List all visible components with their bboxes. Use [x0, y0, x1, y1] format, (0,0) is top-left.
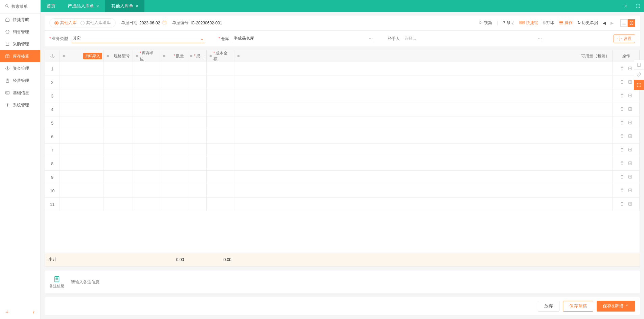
- delete-row-icon[interactable]: [620, 66, 624, 72]
- table-row[interactable]: 3: [45, 89, 640, 103]
- main: 首页 产成品入库单✕ 其他入库单✕ 其他入库 其他入库退库 单据日期 2023-…: [41, 0, 644, 319]
- view-list-icon[interactable]: [620, 19, 628, 27]
- table-row[interactable]: 5: [45, 116, 640, 130]
- save-draft-button[interactable]: 保存草稿: [563, 301, 593, 312]
- add-row-icon[interactable]: [628, 80, 632, 85]
- settings-icon[interactable]: [5, 310, 9, 316]
- fullscreen-icon[interactable]: [632, 0, 644, 12]
- delete-row-icon[interactable]: [620, 147, 624, 153]
- table-row[interactable]: 2: [45, 76, 640, 89]
- add-row-icon[interactable]: [628, 188, 632, 194]
- col-product[interactable]: 商品扫码录入: [60, 50, 104, 62]
- biz-type-input[interactable]: 其它⌄: [71, 34, 205, 43]
- add-row-icon[interactable]: [628, 107, 632, 112]
- scan-button[interactable]: 扫码录入: [83, 53, 102, 59]
- delete-row-icon[interactable]: [620, 107, 624, 112]
- tool-expand-icon[interactable]: [634, 80, 644, 90]
- doc-date-value[interactable]: 2023-06-02: [139, 21, 160, 25]
- operate-link[interactable]: ☰ 操作: [559, 20, 572, 26]
- col-cost[interactable]: 成...: [187, 50, 207, 62]
- col-spec[interactable]: 规格型号: [104, 50, 133, 62]
- table-row[interactable]: 4: [45, 103, 640, 116]
- add-row-icon[interactable]: [628, 174, 632, 180]
- print-link[interactable]: ⎙ 打印: [543, 20, 554, 26]
- col-available[interactable]: 可用量（包装）: [234, 50, 613, 62]
- col-amount[interactable]: 成本金额: [207, 50, 234, 62]
- tool-draft-icon[interactable]: [634, 60, 644, 70]
- nav-purchase[interactable]: 采购管理: [0, 38, 40, 50]
- doc-no-field: 单据编号 IC-20230602-001: [172, 20, 222, 26]
- video-link[interactable]: ▷ 视频: [479, 20, 492, 26]
- prev-icon[interactable]: ◀: [603, 21, 606, 25]
- radio-other-return[interactable]: 其他入库退库: [80, 20, 111, 26]
- settings-button[interactable]: 设置: [614, 35, 635, 43]
- help-link[interactable]: ? 帮助: [503, 20, 514, 26]
- radio-other-in[interactable]: 其他入库: [54, 20, 76, 26]
- table-row[interactable]: 11: [45, 198, 640, 211]
- handler-field: 经手人 选择...⋯: [388, 34, 543, 43]
- add-row-icon[interactable]: [628, 93, 632, 99]
- nav-business[interactable]: 经营管理: [0, 75, 40, 87]
- subtotal-label: 小计: [45, 253, 60, 266]
- add-row-icon[interactable]: [628, 201, 632, 207]
- nav-quick[interactable]: 快捷导航: [0, 14, 40, 26]
- delete-row-icon[interactable]: [620, 161, 624, 167]
- add-row-icon[interactable]: [628, 147, 632, 153]
- col-unit[interactable]: 库存单位: [133, 50, 160, 62]
- tab-other-in[interactable]: 其他入库单✕: [105, 0, 144, 12]
- svg-point-5: [6, 312, 8, 313]
- col-settings[interactable]: [45, 50, 60, 62]
- search-menu[interactable]: 搜索菜单: [0, 0, 40, 14]
- items-grid: 商品扫码录入 规格型号 库存单位 数量 成... 成本金额 可用量（包装） 操作…: [45, 50, 640, 267]
- add-row-icon[interactable]: [628, 134, 632, 140]
- delete-row-icon[interactable]: [620, 201, 624, 207]
- delete-row-icon[interactable]: [620, 93, 624, 99]
- save-new-button[interactable]: 保存&新增⌃: [597, 301, 635, 312]
- grid-header: 商品扫码录入 规格型号 库存单位 数量 成... 成本金额 可用量（包装） 操作: [45, 50, 640, 62]
- nav-system[interactable]: 系统管理: [0, 99, 40, 111]
- remark-section: 备注信息: [45, 271, 640, 293]
- nav-inventory[interactable]: 库存核算: [0, 50, 40, 62]
- home-icon: [5, 17, 10, 22]
- shortcut-link[interactable]: ⌨ 快捷键: [519, 20, 538, 26]
- sidebar-bottom: [0, 306, 40, 319]
- collapse-icon[interactable]: [31, 310, 36, 316]
- calendar-icon[interactable]: [162, 20, 167, 26]
- delete-row-icon[interactable]: [620, 120, 624, 126]
- svg-rect-6: [163, 21, 166, 24]
- col-qty[interactable]: 数量: [160, 50, 187, 62]
- warehouse-input[interactable]: 半成品仓库⋯: [232, 34, 374, 43]
- table-row[interactable]: 1: [45, 62, 640, 76]
- delete-row-icon[interactable]: [620, 80, 624, 85]
- close-icon[interactable]: ✕: [96, 4, 99, 8]
- nav-sales[interactable]: 销售管理: [0, 26, 40, 38]
- table-row[interactable]: 6: [45, 130, 640, 144]
- next-icon[interactable]: ▶: [611, 21, 614, 25]
- close-all-icon[interactable]: [620, 0, 632, 12]
- tool-attach-icon[interactable]: [634, 70, 644, 80]
- table-row[interactable]: 8: [45, 157, 640, 171]
- close-icon[interactable]: ✕: [135, 4, 138, 8]
- table-row[interactable]: 7: [45, 144, 640, 157]
- svg-rect-23: [638, 63, 640, 66]
- delete-row-icon[interactable]: [620, 188, 624, 194]
- delete-row-icon[interactable]: [620, 174, 624, 180]
- delete-row-icon[interactable]: [620, 134, 624, 140]
- discard-button[interactable]: 放弃: [538, 301, 559, 312]
- remark-input[interactable]: [71, 280, 635, 284]
- badge-icon: [5, 29, 10, 35]
- tab-finished-goods[interactable]: 产成品入库单✕: [62, 0, 105, 12]
- add-row-icon[interactable]: [628, 161, 632, 167]
- view-form-icon[interactable]: [628, 19, 635, 27]
- warehouse-field: 仓库 半成品仓库⋯: [218, 34, 374, 43]
- nav-basic[interactable]: 基础信息: [0, 87, 40, 99]
- history-link[interactable]: ↻ 历史单据: [577, 20, 598, 26]
- add-row-icon[interactable]: [628, 66, 632, 72]
- handler-input[interactable]: 选择...⋯: [403, 34, 543, 43]
- view-toggle: [620, 19, 635, 27]
- tab-home[interactable]: 首页: [41, 0, 62, 12]
- nav-funds[interactable]: 资金管理: [0, 62, 40, 75]
- table-row[interactable]: 10: [45, 184, 640, 198]
- table-row[interactable]: 9: [45, 171, 640, 184]
- add-row-icon[interactable]: [628, 120, 632, 126]
